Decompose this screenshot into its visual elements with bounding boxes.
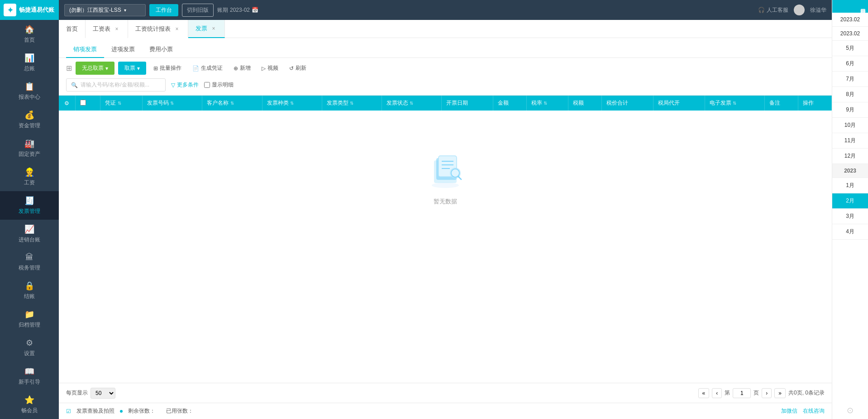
sidebar-item-payroll[interactable]: 👷 工资 xyxy=(0,163,59,191)
date-period-2023-02[interactable]: 2023.02 xyxy=(832,27,868,41)
date-period-4[interactable]: 4月 xyxy=(832,224,868,240)
date-period-5[interactable]: 5月 xyxy=(832,41,868,56)
filter-icon: ▽ xyxy=(171,82,175,88)
per-page-select[interactable]: 50 100 200 xyxy=(91,388,115,399)
col-e-invoice[interactable]: 电子发票 ⇅ xyxy=(705,96,764,111)
sidebar-item-label: 资金管理 xyxy=(19,122,40,130)
video-button[interactable]: ▷ 视频 xyxy=(258,62,282,75)
customer-service-link[interactable]: 🎧 人工客服 xyxy=(758,6,788,14)
tab-payroll-report-close[interactable]: × xyxy=(173,25,181,33)
date-period-6[interactable]: 6月 xyxy=(832,56,868,72)
col-tax-total[interactable]: 税价合计 xyxy=(602,96,653,111)
date-panel: × 2023.02 2023.02 5月 6月 7月 8月 9月 10月 11月… xyxy=(832,0,868,419)
sort-type-icon: ⇅ xyxy=(290,101,294,106)
member-icon: ⭐ xyxy=(24,395,34,405)
col-remark[interactable]: 备注 xyxy=(764,96,798,111)
user-name: 徐溢华 xyxy=(810,6,826,14)
col-invoice-category[interactable]: 发票类型 ⇅ xyxy=(322,96,382,111)
more-conditions-button[interactable]: ▽ 更多条件 xyxy=(171,81,199,89)
date-period-1[interactable]: 1月 xyxy=(832,178,868,193)
date-period-12[interactable]: 12月 xyxy=(832,149,868,164)
tab-invoice-close[interactable]: × xyxy=(210,25,217,32)
col-checkbox[interactable] xyxy=(75,96,100,111)
select-all-checkbox[interactable] xyxy=(80,100,86,106)
first-page-button[interactable]: « xyxy=(698,388,710,398)
last-page-button[interactable]: » xyxy=(774,388,786,398)
col-action[interactable]: 操作 xyxy=(798,96,831,111)
col-tax-code[interactable]: 税局代开 xyxy=(653,96,705,111)
period-value: 2023-02 xyxy=(230,7,250,13)
col-open-date[interactable]: 开票日期 xyxy=(442,96,493,111)
date-period-9[interactable]: 9月 xyxy=(832,102,868,118)
tab-invoice[interactable]: 发票 × xyxy=(188,20,225,38)
sidebar-item-label: 设置 xyxy=(24,350,35,357)
batch-icon: ⊞ xyxy=(153,65,158,72)
open-period-button[interactable]: 开账日期 xyxy=(857,0,868,9)
grid-view-icon[interactable]: ⊞ xyxy=(66,64,72,72)
search-input-wrapper[interactable]: 🔍 请输入号码/名称/金额/税额... xyxy=(66,78,166,92)
old-version-button[interactable]: 切到旧版 xyxy=(182,4,214,17)
date-period-8[interactable]: 8月 xyxy=(832,87,868,102)
sidebar-item-home[interactable]: 🏠 首页 xyxy=(0,20,59,48)
company-selector[interactable]: (勿删）江西股宝-LSS ▾ xyxy=(64,4,146,16)
tab-payroll-close[interactable]: × xyxy=(113,25,120,33)
col-invoice-status[interactable]: 发票状态 ⇅ xyxy=(382,96,441,111)
col-amount[interactable]: 金额 xyxy=(493,96,526,111)
col-tax[interactable]: 税额 xyxy=(568,96,602,111)
sidebar-item-member[interactable]: ⭐ 畅会员 xyxy=(0,390,59,419)
sidebar-item-reports[interactable]: 📋 报表中心 xyxy=(0,77,59,106)
content-area: 销项发票 进项发票 费用小票 ⊞ 无总取票 ▾ 取票 ▾ ⊞ 批量操作 xyxy=(59,38,832,419)
verify-text: 发票查验及拍照 xyxy=(76,407,114,415)
no-tax-ticket-button[interactable]: 无总取票 ▾ xyxy=(76,62,114,75)
sidebar-item-funds[interactable]: 💰 资金管理 xyxy=(0,106,59,134)
online-service-link[interactable]: 在线咨询 xyxy=(803,407,825,415)
sidebar-item-settings[interactable]: ⚙ 设置 xyxy=(0,333,59,362)
sales-icon: 📈 xyxy=(24,224,34,234)
sub-tab-purchase-invoice[interactable]: 进项发票 xyxy=(104,42,142,58)
date-period-3[interactable]: 3月 xyxy=(832,209,868,224)
refresh-button[interactable]: ↺ 刷新 xyxy=(286,62,310,75)
col-customer[interactable]: 客户名称 ⇅ xyxy=(202,96,262,111)
date-period-10[interactable]: 10月 xyxy=(832,118,868,133)
col-invoice-type[interactable]: 发票种类 ⇅ xyxy=(262,96,322,111)
date-period-7[interactable]: 7月 xyxy=(832,72,868,87)
sidebar-item-sales-purchase[interactable]: 📈 进销台账 xyxy=(0,220,59,248)
join-wechat-link[interactable]: 加微信 xyxy=(781,407,797,415)
sidebar-item-invoice-mgmt[interactable]: 🧾 发票管理 xyxy=(0,191,59,220)
get-ticket-button[interactable]: 取票 ▾ xyxy=(118,62,146,75)
batch-ops-button[interactable]: ⊞ 批量操作 xyxy=(150,62,185,75)
workspace-button[interactable]: 工作台 xyxy=(149,4,178,16)
tab-payroll[interactable]: 工资表 × xyxy=(86,20,128,38)
sidebar-item-fixed-assets[interactable]: 🏭 固定资产 xyxy=(0,134,59,163)
next-page-button[interactable]: › xyxy=(762,388,772,398)
sub-tab-sales-invoice[interactable]: 销项发票 xyxy=(66,42,104,58)
sidebar-item-close-period[interactable]: 🔒 结账 xyxy=(0,276,59,305)
show-detail-checkbox-label[interactable]: 显示明细 xyxy=(204,81,234,89)
sidebar-item-tax[interactable]: 🏛 税务管理 xyxy=(0,248,59,276)
col-settings[interactable]: ⚙ xyxy=(59,96,75,111)
gen-voucher-button[interactable]: 📄 生成凭证 xyxy=(189,62,226,75)
prev-page-button[interactable]: ‹ xyxy=(712,388,722,398)
add-button[interactable]: ⊕ 新增 xyxy=(230,62,254,75)
date-period-2[interactable]: 2月 xyxy=(832,193,868,209)
remaining-label: 剩余张数： xyxy=(128,407,155,415)
tab-home[interactable]: 首页 xyxy=(59,20,86,38)
invoice-table: ⚙ 凭证 ⇅ 发票号码 ⇅ 客户名称 ⇅ 发票种类 ⇅ 发票类型 ⇅ 发票状态 … xyxy=(59,96,832,242)
col-tax-rate[interactable]: 税率 ⇅ xyxy=(526,96,568,111)
assets-icon: 🏭 xyxy=(24,139,34,149)
sidebar: ✦ 畅捷通易代账 🏠 首页 📊 总账 📋 报表中心 💰 资金管理 🏭 固定资产 … xyxy=(0,0,59,419)
per-page-label: 每页显示 xyxy=(66,389,88,397)
sidebar-item-general-ledger[interactable]: 📊 总账 xyxy=(0,48,59,77)
date-period-11[interactable]: 11月 xyxy=(832,133,868,149)
sidebar-item-label: 新手引导 xyxy=(19,378,40,386)
col-voucher[interactable]: 凭证 ⇅ xyxy=(100,96,143,111)
tab-payroll-report[interactable]: 工资统计报表 × xyxy=(128,20,188,38)
page-input[interactable] xyxy=(733,388,751,398)
sidebar-item-label: 进销台账 xyxy=(19,236,40,244)
sidebar-item-archive[interactable]: 📁 归档管理 xyxy=(0,305,59,333)
col-invoice-no[interactable]: 发票号码 ⇅ xyxy=(143,96,202,111)
date-period-2023-02-header[interactable]: 2023.02 xyxy=(832,13,868,27)
show-detail-checkbox[interactable] xyxy=(204,82,210,88)
sidebar-item-guide[interactable]: 📖 新手引导 xyxy=(0,362,59,390)
sub-tab-expense-receipt[interactable]: 费用小票 xyxy=(142,42,180,58)
